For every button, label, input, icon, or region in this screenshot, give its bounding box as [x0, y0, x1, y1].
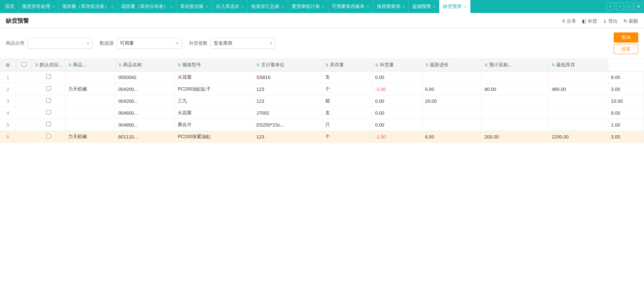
row-product-code: 801110... — [115, 131, 174, 143]
col-latest-price[interactable]: ⇅最新进价 — [422, 59, 481, 71]
tab-item-inout-flow[interactable]: 出入库流水× — [212, 0, 248, 13]
row-supplier: 力天机械 — [65, 131, 115, 143]
row-spec: SS816 — [253, 71, 322, 83]
row-checkbox-cell[interactable] — [32, 119, 65, 131]
row-latest-price — [481, 107, 548, 119]
col-product-name[interactable]: ⇅商品名称 — [115, 59, 174, 71]
row-checkbox-cell[interactable] — [32, 71, 65, 83]
replenish-button[interactable]: ◧ 补货 — [582, 18, 597, 25]
tab-restore-button[interactable]: □ — [625, 3, 633, 10]
row-replenish-qty — [422, 119, 481, 131]
table-row: 3 004200... 三九 123 箱 0.00 20.00 10.00 — [0, 95, 644, 107]
col-spec[interactable]: ⇅规格型号 — [175, 59, 253, 71]
settings-button[interactable]: 设置 — [614, 44, 638, 54]
row-checkbox-cell[interactable] — [32, 131, 65, 143]
row-min-stock: 3.00 — [608, 83, 644, 95]
tab-item-inventory-status[interactable]: 现存量（库存状况表）× — [58, 0, 117, 13]
table-row: 5 004800... 离合片 DS250*23c... 只 0.00 1.00 — [0, 119, 644, 131]
select-all-checkbox[interactable] — [22, 62, 26, 67]
tab-close-icon[interactable]: × — [322, 4, 324, 9]
tab-label: 出入库流水 — [216, 3, 239, 10]
tab-close-icon[interactable]: × — [402, 4, 405, 9]
col-replenish-qty[interactable]: ⇅补货量 — [372, 59, 422, 71]
row-stock-qty: 0.00 — [372, 95, 422, 107]
col-unit[interactable]: ⇅主计量单位 — [253, 59, 322, 71]
col-est-purchase[interactable]: ⇅预计采购... — [481, 59, 548, 71]
tab-nav-buttons: ‹ › □ ✕ — [606, 3, 643, 10]
row-number: 5 — [0, 119, 16, 131]
tab-item-home[interactable]: 首页 — [1, 0, 18, 13]
row-checkbox-cell[interactable] — [32, 83, 65, 95]
table-container: ⚙ ⇅默认供应... ⇅商品... ⇅商品名称 — [0, 59, 644, 143]
tab-close-icon[interactable]: × — [111, 4, 113, 9]
tab-label: 要货单统计表 — [292, 3, 320, 10]
row-product-code: 0000042 — [115, 71, 174, 83]
tab-close-icon[interactable]: × — [433, 4, 435, 9]
row-product-name: 三九 — [175, 95, 253, 107]
sort-icon: ⇅ — [425, 63, 428, 67]
tab-close-icon[interactable]: × — [170, 4, 173, 9]
col-default-supplier[interactable]: ⇅默认供应... — [32, 59, 65, 71]
row-gear-cell — [16, 119, 32, 131]
col-stock-qty[interactable]: ⇅库存量 — [322, 59, 372, 71]
row-checkbox[interactable] — [46, 134, 51, 138]
category-label: 商品分类 — [6, 40, 25, 47]
row-checkbox[interactable] — [46, 110, 51, 115]
page-header: 缺货预警 ⎘ 分享 ◧ 补货 ⤓ 导出 ↻ 刷新 — [0, 13, 644, 28]
tab-label: 超储预警 — [412, 3, 431, 10]
col-min-stock[interactable]: ⇅最低库存 — [549, 59, 608, 71]
tab-close-icon[interactable]: × — [52, 4, 55, 9]
tab-item-overstock[interactable]: 超储预警× — [409, 0, 439, 13]
datasource-select[interactable]: 可用量 ▾ — [117, 38, 182, 49]
export-button[interactable]: ⤓ 导出 — [603, 18, 618, 25]
gear-header[interactable]: ⚙ — [0, 59, 16, 71]
row-product-name: 离合片 — [175, 119, 253, 131]
query-button[interactable]: 查询 — [614, 32, 638, 43]
tab-close-icon[interactable]: × — [206, 4, 208, 9]
table-header-row: ⚙ ⇅默认供应... ⇅商品... ⇅商品名称 — [0, 59, 644, 71]
tab-close-button[interactable]: ✕ — [635, 3, 643, 10]
row-checkbox[interactable] — [46, 122, 51, 127]
row-spec: 123 — [253, 95, 322, 107]
page-title: 缺货预警 — [6, 17, 29, 25]
tab-item-demand-stat[interactable]: 要货单统计表× — [288, 0, 328, 13]
tab-close-icon[interactable]: × — [464, 4, 466, 9]
row-product-name: PC200油缸缸子 — [175, 83, 253, 95]
tab-item-shortage[interactable]: 缺货预警× — [439, 0, 470, 13]
row-checkbox-cell[interactable] — [32, 95, 65, 107]
tab-label: 首页 — [5, 3, 14, 10]
tab-item-inventory-dist[interactable]: 现存量（库存分布表）× — [118, 0, 177, 13]
tab-next-button[interactable]: › — [616, 3, 624, 10]
category-select[interactable]: ▾ — [27, 38, 92, 49]
tab-item-available-ledger[interactable]: 可用量库存账本× — [328, 0, 373, 13]
share-button[interactable]: ⎘ 分享 — [562, 18, 576, 25]
row-checkbox[interactable] — [46, 86, 51, 91]
row-gear-cell — [16, 131, 32, 143]
row-spec: DS250*23c... — [253, 119, 322, 131]
col-product-code[interactable]: ⇅商品... — [65, 59, 115, 71]
refresh-icon: ↻ — [623, 18, 627, 24]
filter-actions: 查询 设置 — [614, 32, 638, 54]
tab-close-icon[interactable]: × — [242, 4, 244, 9]
table-row: 2 力天机械 004200... PC200油缸缸子 123 个 -1.00 6… — [0, 83, 644, 95]
sort-icon: ⇅ — [375, 63, 378, 67]
refresh-button[interactable]: ↻ 刷新 — [623, 18, 638, 25]
checkbox-header[interactable] — [16, 59, 32, 71]
tab-item-expiry[interactable]: 保质期查询× — [373, 0, 409, 13]
replenish-icon: ◧ — [582, 18, 586, 24]
tab-prev-button[interactable]: ‹ — [606, 3, 614, 10]
replenish-base-select[interactable]: 安全库存 ▾ — [210, 38, 275, 49]
row-checkbox-cell[interactable] — [32, 107, 65, 119]
tab-item-batch-account[interactable]: 库存批次账× — [177, 0, 212, 13]
row-est-purchase — [549, 107, 608, 119]
tab-close-icon[interactable]: × — [367, 4, 369, 9]
tab-item-stale[interactable]: 拣货异常处理× — [18, 0, 58, 13]
row-supplier — [65, 107, 115, 119]
row-checkbox[interactable] — [46, 74, 51, 79]
row-latest-price: 200.00 — [481, 131, 548, 143]
tab-close-icon[interactable]: × — [282, 4, 284, 9]
tab-item-collect-sum[interactable]: 收发存汇总表× — [248, 0, 288, 13]
row-latest-price — [481, 119, 548, 131]
row-checkbox[interactable] — [46, 98, 51, 103]
row-spec: J7092 — [253, 107, 322, 119]
